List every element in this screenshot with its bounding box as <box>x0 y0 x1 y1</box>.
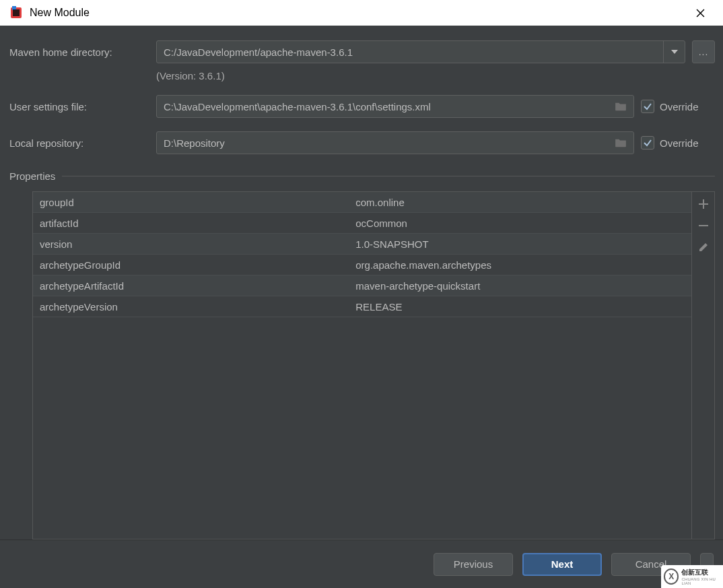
property-value: maven-archetype-quickstart <box>355 280 691 292</box>
close-button[interactable] <box>687 0 714 26</box>
local-repo-override-label: Override <box>660 137 699 149</box>
maven-version-note: (Version: 3.6.1) <box>156 70 715 81</box>
local-repo-browse-icon[interactable] <box>612 132 629 154</box>
user-settings-override-label: Override <box>660 101 699 112</box>
table-row[interactable]: archetypeVersionRELEASE <box>33 296 691 317</box>
property-key: version <box>33 238 355 250</box>
svg-rect-2 <box>13 9 20 16</box>
local-repo-label: Local repository: <box>9 137 156 149</box>
user-settings-override-checkbox[interactable] <box>641 100 654 113</box>
properties-header: Properties <box>9 170 55 182</box>
property-value: org.apache.maven.archetypes <box>355 259 691 271</box>
property-key: artifactId <box>33 218 355 229</box>
table-row[interactable]: groupIdcom.online <box>33 192 691 213</box>
next-button[interactable]: Next <box>522 553 602 576</box>
user-settings-value: C:\JavaDevelopment\apache-maven-3.6.1\co… <box>164 101 431 112</box>
properties-table[interactable]: groupIdcom.onlineartifactIdocCommonversi… <box>33 192 691 539</box>
ellipsis-icon: ... <box>699 46 709 57</box>
svg-rect-7 <box>699 225 708 226</box>
user-settings-browse-icon[interactable] <box>612 96 629 117</box>
divider <box>62 176 715 176</box>
property-key: archetypeVersion <box>33 301 355 313</box>
remove-property-button[interactable] <box>695 218 712 234</box>
previous-button[interactable]: Previous <box>434 553 513 576</box>
maven-home-dropdown-icon[interactable] <box>663 41 685 63</box>
maven-home-browse-button[interactable]: ... <box>692 40 715 63</box>
user-settings-label: User settings file: <box>9 101 156 112</box>
add-property-button[interactable] <box>695 196 712 212</box>
table-row[interactable]: archetypeArtifactIdmaven-archetype-quick… <box>33 275 691 296</box>
local-repo-override-checkbox[interactable] <box>641 136 654 150</box>
titlebar: New Module <box>0 0 723 26</box>
property-key: groupId <box>33 197 355 208</box>
app-icon <box>9 6 23 20</box>
svg-rect-6 <box>699 203 708 205</box>
table-row[interactable]: archetypeGroupIdorg.apache.maven.archety… <box>33 255 691 275</box>
maven-home-combo[interactable]: C:/JavaDevelopment/apache-maven-3.6.1 <box>156 40 685 63</box>
window-title: New Module <box>30 7 90 19</box>
property-value: RELEASE <box>355 301 691 313</box>
edit-property-button[interactable] <box>695 239 712 255</box>
local-repo-value: D:\Repository <box>164 137 225 149</box>
user-settings-field[interactable]: C:\JavaDevelopment\apache-maven-3.6.1\co… <box>156 95 634 118</box>
property-value: 1.0-SNAPSHOT <box>355 238 691 250</box>
property-key: archetypeGroupId <box>33 259 355 271</box>
maven-home-label: Maven home directory: <box>9 46 156 58</box>
table-row[interactable]: version1.0-SNAPSHOT <box>33 234 691 255</box>
property-value: com.online <box>355 197 691 208</box>
property-key: archetypeArtifactId <box>33 280 355 292</box>
property-value: ocCommon <box>355 218 691 229</box>
local-repo-field[interactable]: D:\Repository <box>156 131 634 154</box>
watermark: X 创新互联 CHUANG XIN HU LIAN <box>661 565 723 588</box>
table-row[interactable]: artifactIdocCommon <box>33 213 691 234</box>
maven-home-value: C:/JavaDevelopment/apache-maven-3.6.1 <box>164 46 353 58</box>
